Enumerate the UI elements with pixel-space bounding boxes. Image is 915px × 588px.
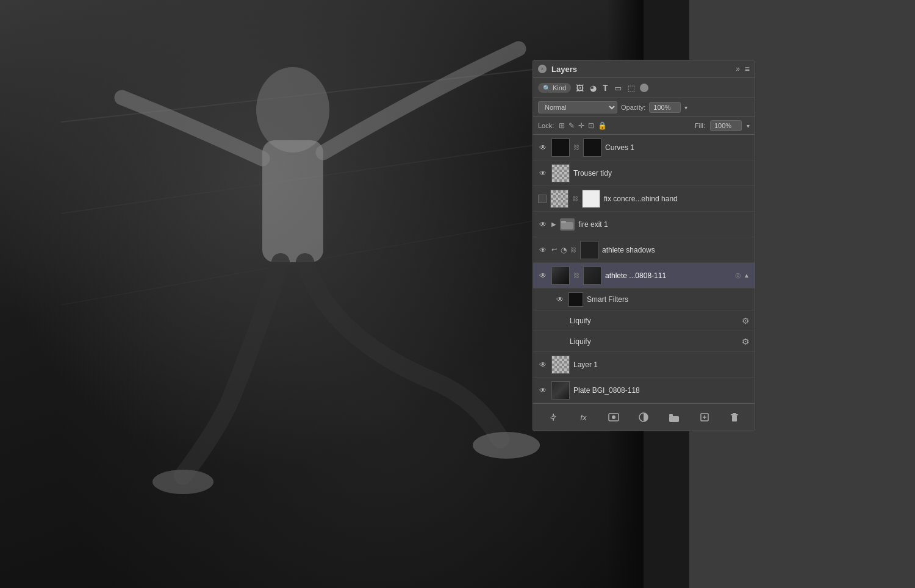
smart-filter-name: Liquify bbox=[570, 337, 738, 346]
layer-name: athlete ...0808-111 bbox=[605, 271, 731, 280]
layer-row[interactable]: ⛓ fix concre...ehind hand bbox=[533, 186, 755, 212]
layer-row[interactable]: 👁 Trouser tidy bbox=[533, 160, 755, 186]
svg-point-3 bbox=[256, 67, 329, 152]
reverse-icon: ↩ bbox=[551, 246, 557, 254]
layer-thumb bbox=[551, 164, 570, 182]
layer-name: fix concre...ehind hand bbox=[604, 195, 750, 203]
layer-row[interactable]: 👁 ⛓ Curves 1 bbox=[533, 135, 755, 160]
svg-point-6 bbox=[473, 432, 540, 459]
lock-artboard-icon[interactable]: ⊡ bbox=[588, 121, 594, 130]
blend-opacity-row: Normal Opacity: 100% ▾ bbox=[533, 98, 755, 117]
visibility-toggle[interactable]: 👁 bbox=[538, 143, 548, 152]
layer-thumb bbox=[580, 241, 598, 259]
blend-mode-select[interactable]: Normal bbox=[538, 101, 617, 113]
group-folder-icon bbox=[560, 218, 575, 231]
new-group-button[interactable] bbox=[666, 409, 683, 426]
visibility-toggle[interactable]: 👁 bbox=[538, 271, 548, 281]
lock-pixels-icon[interactable]: ✎ bbox=[569, 121, 575, 130]
smart-filter-row[interactable]: Liquify ⚙ bbox=[533, 331, 755, 352]
visibility-toggle[interactable]: 👁 bbox=[538, 245, 548, 255]
image-filter-icon[interactable]: 🖼 bbox=[575, 82, 585, 94]
group-expand-icon[interactable]: ▶ bbox=[551, 221, 556, 228]
smart-filter-name: Liquify bbox=[570, 317, 738, 325]
smart-filter-icon[interactable]: ⬚ bbox=[626, 82, 636, 94]
visibility-toggle[interactable]: 👁 bbox=[538, 220, 548, 229]
layer-row[interactable]: 👁 Smart Filters bbox=[533, 289, 755, 310]
panel-title: Layers bbox=[551, 65, 577, 74]
link-icon: ⛓ bbox=[573, 144, 580, 151]
visibility-toggle[interactable]: 👁 bbox=[538, 168, 548, 178]
layer-name: athlete shadows bbox=[602, 246, 750, 254]
fill-label: Fill: bbox=[695, 122, 705, 129]
visibility-toggle[interactable]: 👁 bbox=[538, 360, 548, 370]
layer-name: Smart Filters bbox=[587, 295, 750, 304]
collapse-icon[interactable]: » bbox=[736, 65, 740, 73]
layer-extra-icons: ◎ ▲ bbox=[735, 271, 750, 279]
layer-thumb bbox=[550, 190, 569, 208]
smart-filters-thumb bbox=[569, 292, 583, 307]
svg-rect-21 bbox=[733, 413, 736, 414]
layer-name: Layer 1 bbox=[573, 360, 750, 369]
panel-bottom-toolbar: fx bbox=[533, 403, 755, 431]
svg-rect-4 bbox=[262, 140, 323, 262]
type-filter-icon[interactable]: T bbox=[601, 82, 609, 94]
link-icon: ⛓ bbox=[570, 246, 576, 253]
delete-layer-button[interactable] bbox=[726, 409, 743, 426]
layer-name: fire exit 1 bbox=[578, 220, 750, 229]
layer-mask-thumb bbox=[583, 138, 601, 157]
shape-filter-icon[interactable]: ▭ bbox=[613, 82, 623, 94]
fill-chevron[interactable]: ▾ bbox=[747, 123, 750, 129]
layer-effects-button[interactable]: fx bbox=[575, 409, 592, 426]
layer-name: Trouser tidy bbox=[573, 169, 750, 177]
layer-thumb bbox=[551, 381, 570, 400]
lock-all-icon[interactable]: 🔒 bbox=[598, 121, 607, 130]
smart-object-icon: ◎ bbox=[735, 271, 741, 279]
layer-mask-thumb bbox=[583, 267, 601, 285]
filter-bar: 🔍 Kind 🖼 ◕ T ▭ ⬚ bbox=[533, 78, 755, 98]
circle-icon: ◔ bbox=[561, 246, 567, 254]
expand-icon[interactable]: ▲ bbox=[744, 272, 750, 279]
adjustment-layer-button[interactable] bbox=[635, 409, 652, 426]
lock-label: Lock: bbox=[538, 122, 554, 129]
layer-row[interactable]: 👁 ↩ ◔ ⛓ athlete shadows bbox=[533, 237, 755, 263]
panel-menu-icon[interactable]: ≡ bbox=[745, 64, 750, 74]
layer-row[interactable]: 👁 ▶ fire exit 1 bbox=[533, 212, 755, 237]
layer-visibility-checkbox[interactable] bbox=[538, 195, 547, 203]
link-layers-button[interactable] bbox=[545, 409, 562, 426]
lock-icons: ⊞ ✎ ✛ ⊡ 🔒 bbox=[559, 121, 607, 130]
filter-circle-button[interactable] bbox=[640, 84, 648, 92]
fill-value[interactable]: 100% bbox=[710, 120, 742, 131]
layers-list: 👁 ⛓ Curves 1 👁 Trouser tidy ⛓ fix concre… bbox=[533, 135, 755, 403]
lock-transparency-icon[interactable]: ⊞ bbox=[559, 121, 565, 130]
svg-rect-8 bbox=[561, 221, 566, 223]
filter-settings-icon[interactable]: ⚙ bbox=[742, 337, 750, 346]
layer-thumb bbox=[551, 138, 570, 157]
new-layer-button[interactable] bbox=[696, 409, 713, 426]
layer-thumb bbox=[551, 356, 570, 374]
layer-mask-button[interactable] bbox=[605, 409, 622, 426]
svg-rect-10 bbox=[553, 418, 554, 421]
opacity-label: Opacity: bbox=[621, 104, 645, 111]
layer-row[interactable]: 👁 Layer 1 bbox=[533, 352, 755, 378]
lock-position-icon[interactable]: ✛ bbox=[578, 121, 584, 130]
layer-row[interactable]: 👁 Plate BGI_0808-118 bbox=[533, 378, 755, 403]
close-button[interactable]: × bbox=[538, 65, 547, 73]
layer-name: Plate BGI_0808-118 bbox=[573, 386, 750, 395]
layer-row[interactable]: 👁 ⛓ athlete ...0808-111 ◎ ▲ bbox=[533, 263, 755, 289]
visibility-toggle[interactable]: 👁 bbox=[555, 295, 565, 304]
kind-label: Kind bbox=[553, 84, 566, 91]
link-icon: ⛓ bbox=[573, 272, 580, 279]
kind-search-box[interactable]: 🔍 Kind bbox=[538, 83, 571, 93]
svg-rect-15 bbox=[669, 414, 673, 417]
link-icon: ⛓ bbox=[572, 195, 578, 202]
opacity-chevron[interactable]: ▾ bbox=[684, 104, 687, 111]
svg-rect-14 bbox=[669, 416, 679, 422]
svg-rect-20 bbox=[731, 414, 738, 415]
adjustment-filter-icon[interactable]: ◕ bbox=[589, 82, 598, 94]
filter-settings-icon[interactable]: ⚙ bbox=[742, 316, 750, 326]
smart-filter-row[interactable]: Liquify ⚙ bbox=[533, 310, 755, 331]
layer-thumb bbox=[551, 267, 570, 285]
layers-panel: × Layers » ≡ 🔍 Kind 🖼 ◕ T ▭ ⬚ Normal Opa… bbox=[533, 60, 755, 431]
opacity-value[interactable]: 100% bbox=[649, 102, 681, 113]
visibility-toggle[interactable]: 👁 bbox=[538, 385, 548, 395]
